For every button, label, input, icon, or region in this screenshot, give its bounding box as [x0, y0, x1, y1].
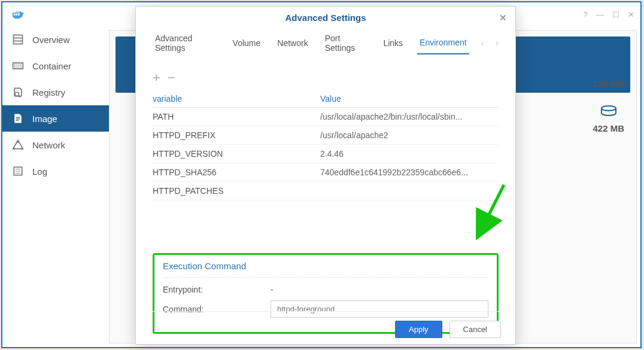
env-var: HTTPD_SHA256	[153, 168, 320, 177]
env-val: /usr/local/apache2	[320, 130, 499, 140]
tab-volume[interactable]: Volume	[230, 32, 263, 54]
tab-next-icon[interactable]: ›	[496, 38, 499, 48]
svg-point-11	[17, 141, 19, 142]
env-row[interactable]: HTTPD_VERSION2.4.46	[153, 145, 499, 163]
sidebar-label: Network	[32, 140, 65, 150]
minimize-button[interactable]: —	[596, 10, 604, 19]
exec-title: Execution Command	[163, 261, 488, 271]
env-val: /usr/local/apache2/bin:/usr/local/sbin..…	[320, 112, 499, 121]
tab-prev-icon[interactable]: ‹	[481, 38, 484, 48]
env-var: HTTPD_PATCHES	[153, 186, 320, 196]
remove-row-button[interactable]: −	[168, 70, 175, 86]
network-icon	[12, 139, 24, 151]
sidebar-label: Overview	[32, 35, 70, 45]
overview-icon	[12, 34, 24, 45]
svg-point-12	[13, 148, 15, 150]
docker-icon	[11, 8, 25, 21]
tab-advanced-settings[interactable]: Advanced Settings	[153, 28, 218, 59]
image-icon	[12, 112, 24, 124]
sidebar-item-network[interactable]: Network	[2, 132, 109, 158]
sidebar-item-log[interactable]: Log	[2, 158, 109, 184]
disk-icon	[600, 60, 617, 72]
stat-item: 138 MB	[593, 60, 624, 89]
stat-item: 422 MB	[593, 105, 624, 133]
env-val: 740eddf6e1c641992b22359cabc66e6...	[320, 168, 499, 177]
sidebar: Overview Container Registry Image Networ…	[2, 26, 109, 347]
env-var: PATH	[153, 112, 320, 121]
container-icon	[12, 60, 24, 72]
col-value: Value	[320, 94, 341, 104]
col-variable: variable	[153, 94, 320, 104]
svg-point-8	[15, 92, 19, 96]
sidebar-label: Container	[32, 61, 71, 71]
close-button[interactable]: ✕	[628, 10, 634, 19]
sidebar-item-overview[interactable]: Overview	[2, 26, 109, 53]
command-label: Command:	[163, 305, 271, 314]
env-row[interactable]: HTTPD_SHA256740eddf6e1c641992b22359cabc6…	[153, 163, 499, 182]
log-icon	[12, 165, 24, 177]
env-row[interactable]: PATH/usr/local/apache2/bin:/usr/local/sb…	[153, 108, 499, 126]
env-row[interactable]: HTTPD_PREFIX/usr/local/apache2	[153, 126, 499, 145]
modal-title: Advanced Settings ✕	[136, 7, 515, 28]
env-val	[320, 186, 499, 196]
disk-icon	[600, 105, 617, 117]
sidebar-item-registry[interactable]: Registry	[2, 79, 109, 105]
tab-port-settings[interactable]: Port Settings	[323, 28, 369, 59]
env-var: HTTPD_PREFIX	[153, 130, 320, 140]
close-icon[interactable]: ✕	[499, 13, 507, 23]
svg-rect-3	[13, 63, 23, 69]
stat-value: 138 MB	[593, 78, 624, 89]
sidebar-item-image[interactable]: Image	[2, 105, 109, 132]
sidebar-item-container[interactable]: Container	[2, 53, 109, 79]
apply-button[interactable]: Apply	[395, 321, 442, 338]
svg-point-18	[602, 61, 616, 66]
env-var: HTTPD_VERSION	[153, 149, 320, 159]
help-button[interactable]: ?	[584, 10, 588, 19]
stats-panel: 138 MB 422 MB	[593, 60, 624, 133]
tab-network[interactable]: Network	[275, 32, 310, 54]
main-window: ? — ☐ ✕ Overview Container Registry Imag…	[1, 1, 642, 348]
modal-tabs: Advanced Settings Volume Network Port Se…	[136, 28, 515, 59]
advanced-settings-modal: Advanced Settings ✕ Advanced Settings Vo…	[135, 6, 516, 345]
env-table-header: variable Value	[153, 90, 499, 108]
svg-point-19	[602, 106, 616, 111]
add-row-button[interactable]: +	[153, 70, 160, 86]
tab-links[interactable]: Links	[381, 32, 405, 54]
svg-rect-0	[14, 35, 23, 44]
sidebar-label: Log	[32, 166, 47, 176]
env-val: 2.4.46	[320, 149, 499, 159]
window-controls: ? — ☐ ✕	[584, 10, 634, 19]
stat-value: 422 MB	[593, 123, 624, 133]
sidebar-label: Registry	[32, 87, 65, 98]
entrypoint-label: Entrypoint:	[163, 285, 271, 294]
env-row[interactable]: HTTPD_PATCHES	[153, 182, 499, 200]
entrypoint-value: -	[271, 285, 274, 294]
tab-environment[interactable]: Environment	[417, 32, 469, 54]
maximize-button[interactable]: ☐	[612, 10, 619, 19]
svg-point-13	[21, 148, 23, 150]
registry-icon	[12, 86, 24, 98]
cancel-button[interactable]: Cancel	[449, 321, 501, 338]
modal-footer: Apply Cancel	[395, 312, 501, 338]
sidebar-label: Image	[32, 114, 57, 124]
